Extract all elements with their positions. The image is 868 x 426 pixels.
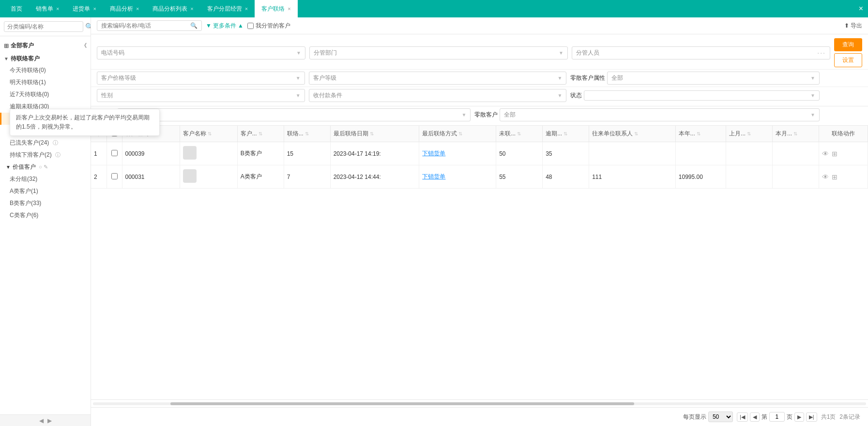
sidebar-item-declining[interactable]: 持续下滑客户(2) ⓘ	[0, 149, 91, 161]
close-icon[interactable]: ×	[136, 6, 139, 12]
sidebar-item-c-class[interactable]: C类客户(6)	[0, 209, 91, 221]
edit-icon[interactable]: ⊞	[832, 150, 838, 158]
nav-item-purchase[interactable]: 进货单 ×	[66, 0, 103, 17]
close-icon[interactable]: ×	[190, 6, 193, 12]
th-this-month: 本月...⇅	[773, 126, 819, 142]
th-last-month: 上月...⇅	[726, 126, 773, 142]
settings-button[interactable]: 设置	[834, 53, 862, 67]
payment-filter[interactable]: 收付款条件 ▼	[309, 89, 567, 102]
view-icon[interactable]: 👁	[822, 150, 829, 158]
first-page-button[interactable]: |◀	[737, 412, 748, 422]
value-group[interactable]: ▼ 价值客户 ○ ✎	[0, 161, 91, 173]
sort-icon[interactable]: ⇅	[370, 131, 374, 136]
customer-level-filter[interactable]: 客户等级 ▼	[309, 72, 567, 85]
nav-item-sales[interactable]: 销售单 ×	[29, 0, 66, 17]
next-page-icon[interactable]: ▶	[47, 417, 52, 424]
chevron-down-icon: ▼	[810, 112, 815, 118]
sort-icon[interactable]: ⇅	[563, 131, 567, 136]
per-page-selector: 每页显示 50 20 100	[683, 411, 733, 422]
edit-icon[interactable]: ○ ✎	[39, 164, 48, 170]
sidebar-item-b-class[interactable]: B类客户(33)	[0, 197, 91, 209]
row-overdue: 35	[543, 142, 589, 165]
close-icon[interactable]: ×	[93, 6, 96, 12]
per-page-select[interactable]: 50 20 100	[708, 411, 733, 422]
sort-icon[interactable]: ⇅	[208, 131, 212, 136]
row-this-year	[675, 142, 726, 165]
total-records-label: 2条记录	[839, 413, 860, 421]
status-filter-area: 状态 ▼	[570, 90, 820, 101]
retail-customer-select[interactable]: 全部 ▼	[500, 108, 820, 121]
last-page-button[interactable]: ▶|	[806, 412, 817, 422]
search-icon[interactable]: 🔍	[190, 22, 198, 29]
row-last-month	[726, 165, 773, 189]
phone-filter[interactable]: 电话号码 ▼	[97, 46, 305, 59]
nav-item-customer-segment[interactable]: 客户分层经营 ×	[200, 0, 255, 17]
collapse-icon[interactable]: 《	[81, 42, 87, 49]
action-buttons: 查询 设置	[834, 38, 862, 67]
sidebar-item-tomorrow[interactable]: 明天待联络(1)	[0, 76, 91, 88]
row-checkbox[interactable]	[111, 150, 118, 156]
last-method-link[interactable]: 下销货单	[422, 150, 445, 157]
row-checkbox-cell	[107, 165, 122, 189]
sidebar-item-7days[interactable]: 近7天待联络(0)	[0, 88, 91, 101]
sidebar-item-churned[interactable]: 已流失客户(24) ⓘ	[0, 137, 91, 149]
status-select[interactable]: ▼	[584, 90, 820, 101]
nav-item-product-analysis[interactable]: 商品分析 ×	[103, 0, 146, 17]
search-icon[interactable]: 🔍	[85, 23, 91, 30]
sidebar: 🔍 ⊞ 全部客户 《 ▼ 待联络客户 今天待联络(0) 明天待联络(1) 近7天…	[0, 17, 91, 426]
sort-icon[interactable]: ⇅	[747, 131, 751, 136]
gender-filter[interactable]: 性别 ▼	[97, 89, 305, 102]
scroll-thumb[interactable]	[170, 402, 634, 405]
grid-icon: ⊞	[4, 43, 9, 49]
chevron-down-icon: ▼	[296, 50, 301, 56]
page-input[interactable]	[769, 412, 785, 422]
row-checkbox[interactable]	[111, 173, 118, 179]
th-name: 客户名称⇅	[180, 126, 237, 142]
last-method-link[interactable]: 下销货单	[422, 173, 445, 180]
nav-item-home[interactable]: 首页	[4, 0, 29, 17]
waiting-group[interactable]: ▼ 待联络客户	[0, 52, 91, 64]
nav-item-customer-contact[interactable]: 客户联络 ×	[255, 0, 297, 17]
customer-type-filter[interactable]: 客户类型 ▼	[117, 108, 471, 121]
edit-icon[interactable]: ⊞	[832, 173, 838, 181]
price-level-filter[interactable]: 客户价格等级 ▼	[97, 72, 305, 85]
row-type: B类客户	[237, 142, 284, 165]
sort-icon[interactable]: ⇅	[259, 131, 262, 136]
manager-filter[interactable]: 分管人员 ···	[572, 46, 830, 59]
next-page-button[interactable]: ▶	[794, 412, 804, 422]
all-customers-node[interactable]: ⊞ 全部客户 《	[0, 39, 91, 52]
sort-icon[interactable]: ⇅	[634, 131, 638, 136]
category-search-input[interactable]	[4, 21, 83, 32]
sort-icon[interactable]: ⇅	[305, 131, 309, 136]
sidebar-item-a-class[interactable]: A类客户(1)	[0, 185, 91, 197]
close-icon[interactable]: ×	[56, 6, 59, 12]
prev-page-icon[interactable]: ◀	[39, 417, 44, 424]
search-input[interactable]	[101, 22, 188, 29]
row-uncontacted: 55	[496, 165, 543, 189]
query-button[interactable]: 查询	[834, 38, 862, 51]
row-uncontacted: 50	[496, 142, 543, 165]
dept-filter[interactable]: 分管部门 ▼	[309, 46, 568, 59]
close-icon[interactable]: ×	[288, 6, 290, 12]
sort-icon[interactable]: ⇅	[697, 131, 700, 136]
export-button[interactable]: ⬆ 导出	[844, 22, 862, 30]
sort-icon[interactable]: ⇅	[793, 131, 797, 136]
scroll-track[interactable]	[93, 402, 866, 405]
retail-attr-select[interactable]: 全部 ▼	[607, 72, 820, 85]
more-filter-button[interactable]: ▼ 更多条件 ▲	[206, 22, 244, 30]
close-all-button[interactable]: ×	[859, 4, 863, 13]
prev-page-button[interactable]: ◀	[750, 412, 760, 422]
my-customer-checkbox[interactable]	[247, 23, 254, 29]
close-icon[interactable]: ×	[245, 6, 248, 12]
nav-item-product-list[interactable]: 商品分析列表 ×	[146, 0, 200, 17]
sort-icon[interactable]: ⇅	[517, 131, 521, 136]
info-icon: ⓘ	[53, 140, 58, 146]
th-unit-contacts: 往来单位联系人⇅	[589, 126, 676, 142]
horizontal-scrollbar[interactable]	[91, 399, 868, 407]
sort-icon[interactable]: ⇅	[458, 131, 462, 136]
view-icon[interactable]: 👁	[822, 173, 829, 181]
sidebar-bottom-nav: ◀ ▶	[0, 414, 91, 426]
sidebar-item-today[interactable]: 今天待联络(0)	[0, 64, 91, 76]
sidebar-item-ungroup[interactable]: 未分组(32)	[0, 173, 91, 185]
th-this-year: 本年...⇅	[675, 126, 726, 142]
